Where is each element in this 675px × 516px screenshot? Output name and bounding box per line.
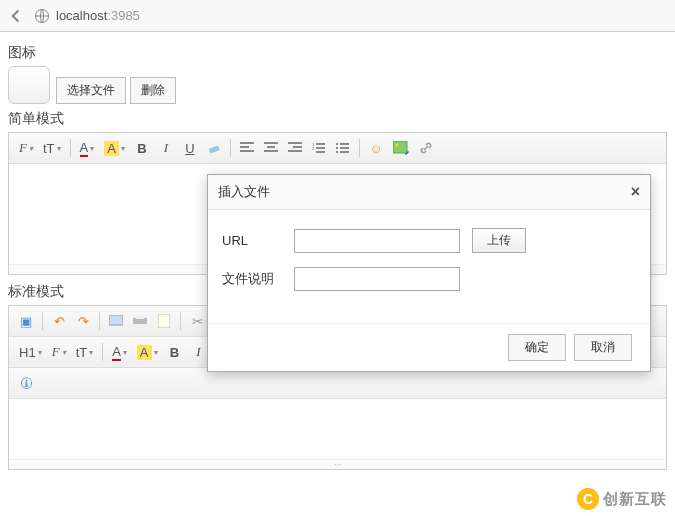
link-icon — [419, 141, 433, 155]
dialog-title: 插入文件 — [218, 183, 270, 201]
ol-icon: 12 — [312, 142, 326, 154]
standard-toolbar-3: 🛈 — [9, 368, 666, 399]
desc-label: 文件说明 — [222, 270, 294, 288]
icon-preview[interactable] — [8, 66, 50, 104]
address-bar: localhost:3985 — [0, 0, 675, 32]
underline-button[interactable]: U — [179, 137, 201, 159]
upload-button[interactable]: 上传 — [472, 228, 526, 253]
svg-text:2: 2 — [312, 146, 315, 151]
bold-button[interactable]: B — [131, 137, 153, 159]
url-label: URL — [222, 233, 294, 248]
undo-button[interactable]: ↶ — [48, 310, 70, 332]
font-color-button[interactable]: A — [108, 341, 131, 363]
cut-button[interactable]: ✂ — [186, 310, 208, 332]
ordered-list-button[interactable]: 12 — [308, 137, 330, 159]
font-family-button[interactable]: F — [48, 341, 70, 363]
chevron-left-icon — [10, 9, 24, 23]
standard-editor-body[interactable] — [9, 399, 666, 459]
unordered-list-button[interactable] — [332, 137, 354, 159]
align-center-button[interactable] — [260, 137, 282, 159]
resize-handle[interactable]: ⋯ — [9, 459, 666, 469]
globe-icon — [34, 8, 50, 24]
align-right-button[interactable] — [284, 137, 306, 159]
font-size-button[interactable]: tT — [72, 341, 98, 363]
close-icon[interactable]: × — [631, 183, 640, 201]
heading-button[interactable]: H1 — [15, 341, 46, 363]
svg-point-8 — [395, 144, 398, 147]
align-right-icon — [288, 142, 302, 154]
image-icon — [393, 141, 409, 155]
print-icon — [133, 315, 147, 327]
insert-file-dialog: 插入文件 × URL 上传 文件说明 确定 取消 — [207, 174, 651, 372]
dialog-titlebar[interactable]: 插入文件 × — [208, 175, 650, 210]
svg-point-5 — [336, 147, 338, 149]
remove-format-button[interactable] — [203, 137, 225, 159]
eraser-icon — [207, 141, 221, 155]
font-color-button[interactable]: A — [76, 137, 99, 159]
back-button[interactable] — [6, 5, 28, 27]
simple-toolbar: F tT A A B I U 12 ☺ — [9, 133, 666, 164]
url-input[interactable] — [294, 229, 460, 253]
template-icon — [158, 314, 170, 328]
about-button[interactable]: 🛈 — [15, 372, 37, 394]
url-input[interactable]: localhost:3985 — [56, 8, 669, 23]
svg-rect-1 — [209, 145, 220, 153]
preview-icon — [109, 315, 123, 327]
simple-mode-label: 简单模式 — [8, 110, 667, 128]
redo-button[interactable]: ↷ — [72, 310, 94, 332]
svg-rect-7 — [393, 141, 407, 153]
svg-rect-9 — [109, 315, 123, 325]
template-button[interactable] — [153, 310, 175, 332]
desc-input[interactable] — [294, 267, 460, 291]
svg-point-6 — [336, 151, 338, 153]
font-size-button[interactable]: tT — [39, 137, 65, 159]
svg-rect-11 — [136, 315, 144, 319]
align-center-icon — [264, 142, 278, 154]
delete-button[interactable]: 删除 — [130, 77, 176, 104]
svg-point-4 — [336, 143, 338, 145]
print-button[interactable] — [129, 310, 151, 332]
ul-icon — [336, 142, 350, 154]
link-button[interactable] — [415, 137, 437, 159]
watermark: C 创新互联 — [577, 488, 667, 510]
svg-rect-12 — [158, 314, 170, 328]
ok-button[interactable]: 确定 — [508, 334, 566, 361]
highlight-button[interactable]: A — [133, 341, 162, 363]
highlight-button[interactable]: A — [100, 137, 129, 159]
font-family-button[interactable]: F — [15, 137, 37, 159]
preview-button[interactable] — [105, 310, 127, 332]
align-left-button[interactable] — [236, 137, 258, 159]
italic-button[interactable]: I — [155, 137, 177, 159]
choose-file-button[interactable]: 选择文件 — [56, 77, 126, 104]
emoji-button[interactable]: ☺ — [365, 137, 387, 159]
watermark-text: 创新互联 — [603, 490, 667, 509]
align-left-icon — [240, 142, 254, 154]
image-button[interactable] — [389, 137, 413, 159]
icon-section-label: 图标 — [8, 44, 667, 62]
bold-button[interactable]: B — [164, 341, 186, 363]
watermark-logo-icon: C — [577, 488, 599, 510]
source-button[interactable]: ▣ — [15, 310, 37, 332]
cancel-button[interactable]: 取消 — [574, 334, 632, 361]
